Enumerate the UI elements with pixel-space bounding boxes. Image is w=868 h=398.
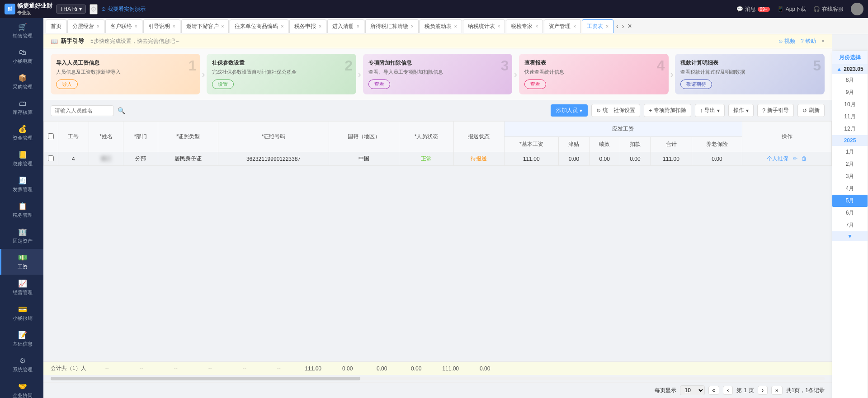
step-import-btn[interactable]: 导入 — [56, 80, 78, 89]
sidebar-item-coop[interactable]: 🤝企业协同 — [0, 378, 43, 398]
tab-clearance[interactable]: 进入清册× — [327, 19, 364, 33]
message-btn[interactable]: 💬 消息 99+ — [736, 5, 770, 13]
sidebar-item-general[interactable]: 📒总账管理 — [0, 146, 43, 172]
month-down-btn[interactable]: ▼ — [847, 233, 853, 239]
first-page-btn[interactable]: « — [708, 386, 720, 395]
row-checkbox[interactable] — [48, 155, 54, 161]
tab-invite[interactable]: 邀请下游客户× — [181, 19, 229, 33]
month-item-8[interactable]: 8月 — [832, 74, 868, 86]
search-input[interactable] — [51, 105, 114, 116]
tab-close-icon[interactable]: × — [606, 24, 609, 29]
month-item-1[interactable]: 1月 — [832, 146, 868, 158]
search-button[interactable]: 🔍 — [118, 107, 125, 114]
step-view-btn-4[interactable]: 查看 — [524, 80, 546, 89]
tab-close-icon[interactable]: × — [319, 24, 321, 29]
sidebar-item-xc-sales[interactable]: 💳小畅报销 — [0, 300, 43, 326]
th-operations: 操作 — [742, 122, 832, 152]
guide-close-icon[interactable]: × — [821, 38, 825, 44]
personal-tax-action[interactable]: 个人社保 — [767, 155, 788, 162]
tab-guide[interactable]: 引导说明× — [143, 19, 180, 33]
avatar[interactable] — [851, 3, 863, 15]
sidebar-item-inventory[interactable]: 🗃库存核算 — [0, 95, 43, 120]
guide-button[interactable]: ? 新手引导 — [757, 104, 794, 117]
tab-close-icon[interactable]: × — [454, 24, 457, 29]
sidebar-item-operations[interactable]: 📈经营管理 — [0, 275, 43, 300]
tab-close-icon[interactable]: × — [281, 24, 283, 29]
special-deduction-button[interactable]: + 专项附加扣除 — [644, 104, 691, 117]
sidebar-item-system[interactable]: ⚙系统管理 — [0, 352, 43, 378]
sidebar-item-assets[interactable]: 🏢固定资产 — [0, 223, 43, 249]
step-setup-btn[interactable]: 设置 — [212, 80, 234, 89]
demo-link[interactable]: ⊙ 我要看实例演示 — [101, 5, 146, 13]
month-item-9[interactable]: 9月 — [832, 86, 868, 98]
operations-button[interactable]: 操作 ▾ — [728, 104, 754, 117]
tab-tax-expert[interactable]: 税检专家× — [506, 19, 543, 33]
guide-video-btn[interactable]: ⊙ 视频 — [778, 37, 795, 45]
company-selector[interactable]: THA Ri ▾ — [56, 5, 86, 14]
export-button[interactable]: ↑ 导出 ▾ — [695, 104, 725, 117]
settings-icon-btn[interactable]: ⚙ — [90, 4, 98, 14]
tab-home-label: 首页 — [51, 23, 61, 30]
next-page-btn[interactable]: › — [758, 386, 768, 395]
month-item-6[interactable]: 6月 — [832, 207, 868, 219]
prev-page-btn[interactable]: ‹ — [723, 386, 733, 395]
tab-close-all-btn[interactable]: × — [626, 22, 633, 30]
tab-close-icon[interactable]: × — [173, 24, 175, 29]
tab-asset-mgmt[interactable]: 资产管理× — [544, 19, 581, 33]
tab-payroll[interactable]: 工资表× — [582, 19, 613, 33]
tab-close-icon[interactable]: × — [535, 24, 538, 29]
page-size-select[interactable]: 10 20 50 100 — [680, 385, 705, 395]
tab-close-icon[interactable]: × — [97, 24, 99, 29]
sidebar-item-finance[interactable]: 💰资金管理 — [0, 120, 43, 146]
toolbar: 🔍 添加人员 ▾ ↻ 统一社保设置 + — [43, 100, 832, 121]
sidebar-item-purchase[interactable]: 📦采购管理 — [0, 69, 43, 95]
tab-close-icon[interactable]: × — [498, 24, 500, 29]
tab-tax-stat[interactable]: 纳税统计表× — [463, 19, 505, 33]
online-service-btn[interactable]: 🎧 在线客服 — [813, 5, 844, 13]
tab-close-icon[interactable]: × — [222, 24, 224, 29]
tab-prev-btn[interactable]: ‹ — [614, 23, 620, 30]
table-row: 4 张三 分部 居民身份证 36232119990122338​7 中国 正常 … — [44, 152, 832, 166]
tab-close-icon[interactable]: × — [411, 24, 414, 29]
month-item-5[interactable]: 5月 — [832, 195, 868, 207]
td-id-type: 居民身份证 — [158, 152, 218, 166]
tab-segment[interactable]: 分层经营× — [67, 19, 104, 33]
sidebar-item-ecommerce[interactable]: 🛍小畅电商 — [0, 44, 43, 69]
tab-customer[interactable]: 客户联络× — [105, 19, 142, 33]
app-download-btn[interactable]: 📱 App下载 — [777, 5, 806, 13]
select-all-checkbox[interactable] — [48, 133, 54, 139]
month-item-11[interactable]: 11月 — [832, 111, 868, 123]
guide-help-btn[interactable]: ? 帮助 — [801, 37, 816, 45]
month-item-3[interactable]: 3月 — [832, 170, 868, 183]
tab-next-btn[interactable]: › — [620, 23, 626, 30]
month-item-4[interactable]: 4月 — [832, 183, 868, 195]
month-up-btn[interactable]: ▲ — [836, 66, 842, 72]
sidebar-item-payroll[interactable]: 💵工资 — [0, 249, 43, 275]
month-item-12[interactable]: 12月 — [832, 123, 868, 135]
tab-tax-report[interactable]: 税务申报× — [289, 19, 326, 33]
month-item-7[interactable]: 7月 — [832, 219, 868, 231]
tab-tax-exempt[interactable]: 税负波动表× — [420, 19, 462, 33]
tab-home[interactable]: 首页 — [46, 19, 66, 33]
step-view-btn-3[interactable]: 查看 — [368, 80, 390, 89]
sidebar-item-basic[interactable]: 📝基础信息 — [0, 326, 43, 352]
tab-close-icon[interactable]: × — [573, 24, 576, 29]
sidebar-item-sales[interactable]: 🛒销售管理 — [0, 18, 43, 44]
tab-tax-calc[interactable]: 所得税汇算清缴× — [365, 19, 419, 33]
delete-action[interactable]: 🗑 — [802, 155, 807, 162]
edit-action[interactable]: ✏ — [793, 155, 797, 162]
td-checkbox — [44, 152, 58, 166]
tab-close-icon[interactable]: × — [357, 24, 359, 29]
last-page-btn[interactable]: » — [771, 386, 783, 395]
th-nationality: 国籍（地区） — [329, 122, 399, 152]
scroll-thumb[interactable] — [51, 377, 360, 380]
sidebar-item-tax[interactable]: 📋税务管理 — [0, 197, 43, 223]
add-employee-button[interactable]: 添加人员 ▾ — [551, 104, 588, 117]
tab-close-icon[interactable]: × — [135, 24, 137, 29]
social-security-button[interactable]: ↻ 统一社保设置 — [591, 104, 640, 117]
sidebar-item-invoice[interactable]: 🧾发票管理 — [0, 172, 43, 197]
refresh-button[interactable]: ↺ 刷新 — [797, 104, 825, 117]
month-item-2[interactable]: 2月 — [832, 158, 868, 170]
tab-supplier[interactable]: 往来单位商品编码× — [230, 19, 288, 33]
month-item-10[interactable]: 10月 — [832, 98, 868, 111]
